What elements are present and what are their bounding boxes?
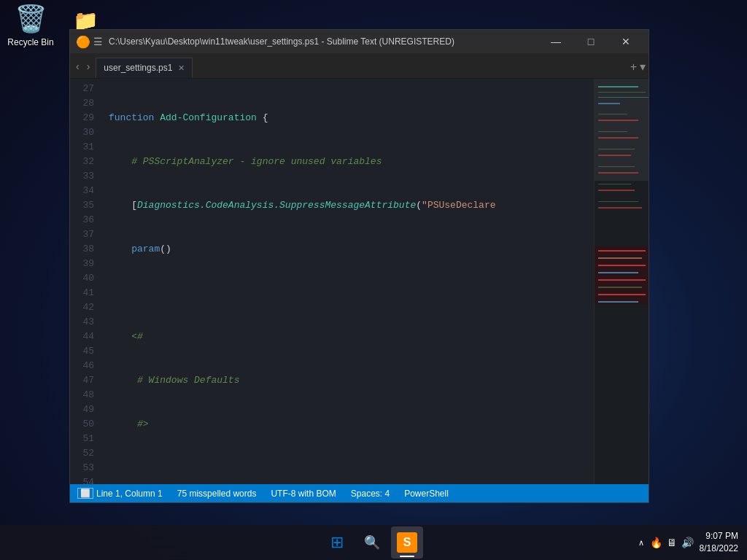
tab-nav-right[interactable]: › (84, 59, 93, 74)
editor-area: 27 28 29 30 31 32 33 34 35 36 37 38 39 4… (70, 79, 649, 484)
svg-rect-14 (598, 184, 631, 184)
maximize-button[interactable]: □ (574, 30, 608, 53)
search-button[interactable]: 🔍 (356, 526, 388, 559)
tab-menu-button[interactable]: ▾ (640, 60, 646, 74)
fire-icon: 🔥 (650, 537, 662, 548)
recycle-bin-image: 🗑️ (15, 4, 47, 34)
status-indentation[interactable]: Spaces: 4 (351, 489, 390, 499)
svg-rect-5 (598, 103, 620, 104)
taskbar: ⊞ 🔍 S ∧ 🔥 🖥 🔊 9:07 PM 8/18/2022 (0, 525, 747, 560)
status-file-box: ⬜ (77, 488, 93, 499)
svg-rect-11 (598, 155, 631, 156)
status-syntax-text: PowerShell (404, 489, 449, 499)
tab-right-controls: + ▾ (630, 60, 646, 78)
svg-rect-22 (598, 272, 638, 273)
code-editor[interactable]: function Add-Configuration { # PSScriptA… (103, 79, 594, 484)
status-indentation-text: Spaces: 4 (351, 489, 390, 499)
sublime-taskbar-icon: S (397, 532, 417, 553)
taskbar-center: ⊞ 🔍 S (321, 526, 423, 559)
svg-rect-7 (598, 120, 638, 121)
sublime-app-icon: 🟠 (76, 35, 89, 48)
menu-icon[interactable]: ☰ (93, 36, 103, 47)
taskbar-right: ∧ 🔥 🖥 🔊 9:07 PM 8/18/2022 (423, 530, 747, 555)
search-icon: 🔍 (364, 534, 380, 551)
window-title: C:\Users\Kyau\Desktop\win11tweak\user_se… (109, 36, 539, 47)
svg-rect-20 (598, 257, 642, 259)
status-encoding[interactable]: UTF-8 with BOM (271, 489, 336, 499)
svg-rect-6 (598, 114, 627, 114)
tab-nav-left[interactable]: ‹ (73, 59, 82, 74)
recycle-bin-icon[interactable]: 🗑️ Recycle Bin (1, 4, 60, 47)
svg-rect-12 (598, 166, 635, 167)
svg-rect-24 (598, 287, 642, 288)
status-spelling[interactable]: 75 misspelled words (177, 489, 257, 499)
close-button[interactable]: ✕ (609, 30, 643, 53)
clock-section[interactable]: 9:07 PM 8/18/2022 (700, 530, 738, 555)
svg-rect-17 (598, 207, 642, 209)
svg-rect-3 (598, 92, 646, 93)
svg-rect-23 (598, 279, 646, 281)
svg-rect-16 (598, 201, 638, 202)
minimap-content (595, 79, 649, 484)
system-tray-icons: 🔥 🖥 🔊 (650, 537, 694, 548)
system-tray-expand[interactable]: ∧ (638, 538, 644, 548)
new-tab-button[interactable]: + (630, 61, 637, 74)
svg-rect-2 (598, 86, 638, 88)
svg-rect-25 (598, 294, 646, 295)
title-bar: 🟠 ☰ C:\Users\Kyau\Desktop\win11tweak\use… (70, 30, 649, 53)
svg-rect-1 (595, 79, 649, 181)
recycle-bin-label: Recycle Bin (7, 37, 53, 47)
svg-rect-4 (598, 97, 649, 98)
svg-rect-26 (598, 301, 638, 303)
minimap[interactable] (594, 79, 649, 484)
svg-rect-19 (598, 250, 646, 252)
status-syntax[interactable]: PowerShell (404, 489, 449, 499)
tab-filename: user_settings.ps1 (104, 63, 172, 73)
close-tab-button[interactable]: ✕ (178, 63, 185, 73)
svg-rect-8 (598, 131, 627, 132)
status-bar: ⬜ Line 1, Column 1 75 misspelled words U… (70, 484, 649, 502)
clock-date: 8/18/2022 (700, 542, 738, 555)
status-file-icon: ⬜ Line 1, Column 1 (77, 488, 163, 499)
windows-logo-icon: ⊞ (330, 533, 344, 552)
active-tab[interactable]: user_settings.ps1 ✕ (96, 58, 193, 78)
svg-rect-21 (598, 265, 646, 266)
svg-rect-18 (595, 246, 649, 305)
svg-rect-9 (598, 137, 638, 139)
svg-rect-13 (598, 172, 638, 174)
svg-rect-10 (598, 149, 635, 149)
status-position[interactable]: Line 1, Column 1 (96, 489, 163, 499)
tab-bar: ‹ › user_settings.ps1 ✕ + ▾ (70, 53, 649, 79)
clock-time: 9:07 PM (700, 530, 738, 542)
tab-nav-arrows: ‹ › (73, 59, 93, 78)
status-encoding-text: UTF-8 with BOM (271, 489, 336, 499)
sublime-window: 🟠 ☰ C:\Users\Kyau\Desktop\win11tweak\use… (69, 29, 649, 503)
sublime-taskbar-button[interactable]: S (391, 526, 423, 559)
window-controls: — □ ✕ (539, 30, 643, 53)
display-icon: 🖥 (667, 537, 677, 548)
line-numbers: 27 28 29 30 31 32 33 34 35 36 37 38 39 4… (70, 79, 103, 484)
svg-rect-15 (598, 190, 635, 191)
volume-icon[interactable]: 🔊 (681, 537, 694, 548)
status-spelling-text: 75 misspelled words (177, 489, 257, 499)
minimize-button[interactable]: — (539, 30, 573, 53)
start-button[interactable]: ⊞ (321, 526, 353, 559)
